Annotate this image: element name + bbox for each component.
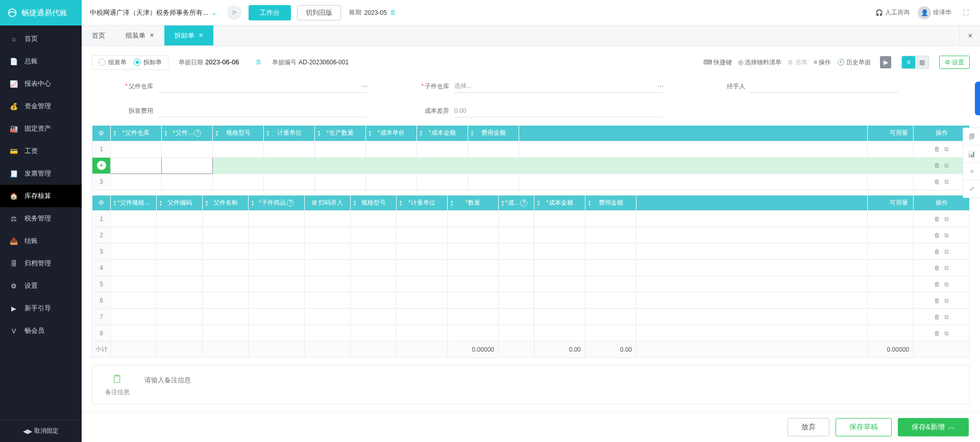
company-selector[interactable]: 中税网通广泽（天津）税务师事务所有... ⌄ [90, 8, 217, 17]
cell[interactable] [468, 157, 519, 174]
col-header[interactable]: ▲▼*父件...? [162, 126, 213, 141]
col-header[interactable]: ▲▼父件名称 [203, 195, 249, 211]
sort-icon[interactable]: ▲▼ [368, 130, 372, 137]
cell[interactable] [111, 211, 157, 227]
cell[interactable] [157, 292, 203, 309]
cell[interactable] [162, 141, 213, 157]
col-header[interactable]: ▲▼规格型号 [351, 195, 397, 211]
cell[interactable] [636, 292, 868, 309]
close-icon[interactable]: ✕ [199, 32, 203, 39]
switch-old-button[interactable]: 切到旧版 [297, 5, 341, 20]
col-header[interactable]: ▲▼费用金额 [585, 195, 636, 211]
float-tool-4[interactable]: ⤢ [963, 180, 980, 198]
cell[interactable] [534, 211, 585, 227]
sort-icon[interactable]: ▲▼ [399, 200, 403, 207]
row-index[interactable]: 1 [92, 141, 111, 157]
sidebar-item-tax[interactable]: ⚖税务管理 [0, 207, 82, 230]
add-row-icon[interactable]: + [97, 161, 106, 170]
cell[interactable] [397, 292, 448, 309]
remark-input[interactable] [144, 373, 962, 387]
cell[interactable] [448, 276, 499, 292]
cell[interactable] [448, 211, 499, 227]
col-header[interactable]: ▲▼*成本金额 [534, 195, 585, 211]
cell[interactable] [499, 211, 534, 227]
cell[interactable] [203, 243, 249, 260]
calendar-icon[interactable]: 🗓 [256, 59, 262, 66]
col-header[interactable]: ▲▼*成本金额 [417, 126, 468, 141]
cell[interactable] [499, 292, 534, 309]
col-header[interactable]: ▲▼*成...? [499, 195, 534, 211]
cell[interactable] [519, 157, 868, 174]
cell[interactable] [868, 211, 914, 227]
sidebar-item-ledger[interactable]: 📄总账 [0, 50, 82, 72]
col-header[interactable]: ▲▼*父件仓库 [111, 126, 162, 141]
cell[interactable] [417, 157, 468, 174]
cell[interactable] [499, 325, 534, 341]
cell[interactable] [111, 227, 157, 243]
cell[interactable] [264, 157, 315, 174]
cell[interactable] [417, 174, 468, 190]
cell[interactable] [111, 174, 162, 190]
copy-icon[interactable]: ⧉ [944, 145, 949, 153]
sort-icon[interactable]: ▲▼ [317, 130, 321, 137]
cell[interactable] [534, 309, 585, 325]
sort-icon[interactable]: ▲▼ [419, 130, 423, 137]
close-all-tabs[interactable]: ✕ [960, 26, 980, 45]
sidebar-item-inventory[interactable]: 🏠库存核算 [0, 185, 82, 207]
cell[interactable] [868, 309, 914, 325]
cell[interactable] [111, 243, 157, 260]
cell[interactable] [351, 243, 397, 260]
help-icon[interactable]: ? [194, 130, 201, 137]
sort-icon[interactable]: ▲▼ [205, 200, 209, 207]
cell[interactable] [636, 276, 868, 292]
cell[interactable] [249, 211, 305, 227]
sort-icon[interactable]: ▲▼ [266, 130, 270, 137]
cell[interactable] [868, 174, 914, 190]
cell[interactable] [203, 325, 249, 341]
sort-icon[interactable]: ▲▼ [164, 130, 168, 137]
save-draft-button[interactable]: 保存草稿 [836, 418, 892, 436]
cell[interactable] [448, 243, 499, 260]
cell[interactable] [249, 243, 305, 260]
cell[interactable] [264, 141, 315, 157]
radio-assemble[interactable]: 组装单 [99, 58, 127, 67]
cell[interactable] [213, 141, 264, 157]
cell[interactable] [397, 260, 448, 276]
cell[interactable] [213, 174, 264, 190]
cell[interactable] [157, 227, 203, 243]
sort-icon[interactable]: ▲▼ [159, 200, 163, 207]
cell[interactable] [351, 211, 397, 227]
cell[interactable] [351, 325, 397, 341]
save-new-button[interactable]: 保存&新增︿ [898, 418, 969, 436]
gear-col[interactable]: ⚙ [92, 195, 111, 211]
cell[interactable] [448, 227, 499, 243]
sidebar-item-salary[interactable]: 💳工资 [0, 140, 82, 162]
cell[interactable] [203, 292, 249, 309]
cell[interactable] [305, 292, 351, 309]
cell[interactable] [636, 260, 868, 276]
next-arrow[interactable]: ▶ [880, 56, 891, 68]
cell[interactable] [351, 276, 397, 292]
sidebar-item-invoice[interactable]: 🧾发票管理 [0, 162, 82, 185]
cell[interactable] [203, 309, 249, 325]
sort-icon[interactable]: ▲▼ [353, 200, 357, 207]
help-icon[interactable]: ? [520, 200, 527, 207]
cell[interactable] [157, 211, 203, 227]
col-scan[interactable]: ⊞ 扫码录入 [305, 195, 351, 211]
child-warehouse-input[interactable]: 选择...⋯ [454, 80, 664, 93]
more-icon[interactable]: ⋯ [361, 83, 368, 90]
copy-icon[interactable]: ⧉ [944, 215, 949, 223]
cell[interactable] [534, 276, 585, 292]
calendar-icon[interactable]: 🗓 [390, 9, 396, 16]
cell[interactable] [397, 243, 448, 260]
cell[interactable] [397, 325, 448, 341]
col-header[interactable]: ▲▼*计量单位 [397, 195, 448, 211]
sort-icon[interactable]: ▲▼ [536, 200, 541, 207]
cell[interactable] [351, 260, 397, 276]
cell[interactable] [351, 309, 397, 325]
cell[interactable] [534, 325, 585, 341]
col-header[interactable]: ▲▼父件编码 [157, 195, 203, 211]
cell[interactable] [417, 141, 468, 157]
col-header[interactable]: ▲▼*子件商品? [249, 195, 305, 211]
sidebar-item-guide[interactable]: ▶新手引导 [0, 297, 82, 320]
